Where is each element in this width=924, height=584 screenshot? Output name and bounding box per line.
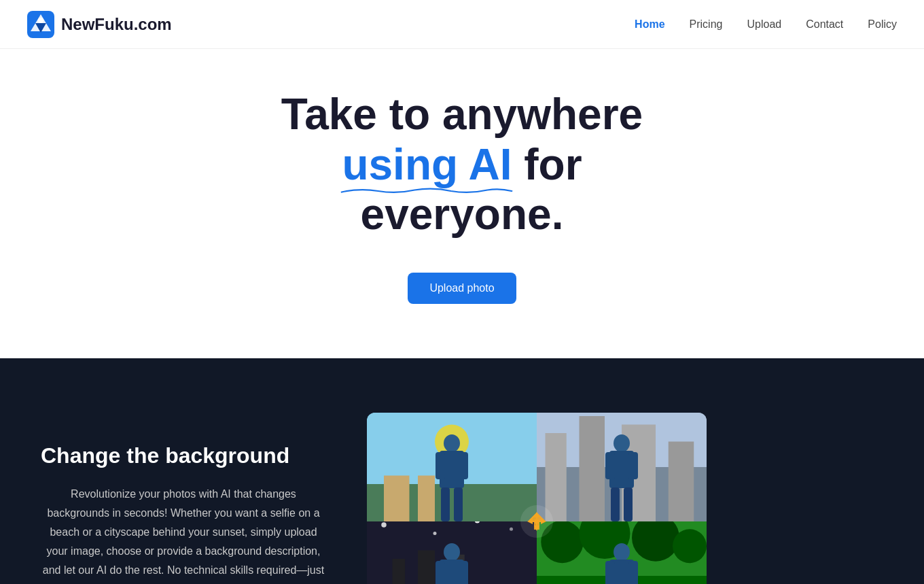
- svg-rect-19: [459, 561, 468, 584]
- nav-pricing[interactable]: Pricing: [690, 18, 723, 30]
- photo-grid-cell-3: [367, 521, 537, 584]
- svg-rect-14: [611, 487, 620, 521]
- hero-section: Take to anywhere using AI foreveryone. U…: [0, 49, 924, 358]
- nav-upload[interactable]: Upload: [747, 18, 781, 30]
- logo-text: NewFuku.com: [61, 15, 172, 34]
- upload-photo-button[interactable]: Upload photo: [408, 273, 516, 304]
- hero-title: Take to anywhere using AI foreveryone.: [27, 90, 897, 240]
- svg-point-16: [444, 543, 460, 561]
- svg-rect-13: [628, 452, 638, 479]
- svg-rect-32: [535, 519, 539, 523]
- svg-point-22: [614, 543, 630, 561]
- person-silhouette-2: [601, 433, 642, 521]
- nav-home[interactable]: Home: [635, 18, 664, 30]
- person-silhouette-4: [601, 542, 642, 584]
- svg-point-3: [38, 18, 43, 23]
- svg-rect-24: [605, 561, 615, 584]
- grid-center-arrow-icon: [520, 505, 553, 538]
- svg-rect-6: [436, 452, 445, 479]
- hero-title-prefix: Take to anywhere: [281, 90, 643, 139]
- feature-text-block: Change the background Revolutionize your…: [41, 443, 326, 584]
- logo[interactable]: NewFuku.com: [27, 11, 172, 38]
- svg-rect-25: [628, 561, 638, 584]
- svg-rect-18: [436, 561, 445, 584]
- person-silhouette-1: [431, 433, 472, 521]
- nav-contact[interactable]: Contact: [806, 18, 843, 30]
- feature-heading: Change the background: [41, 443, 326, 468]
- feature-photo-grid: [367, 413, 707, 584]
- nav-links: Home Pricing Upload Contact Policy: [635, 18, 897, 31]
- svg-rect-7: [459, 452, 468, 479]
- svg-rect-9: [454, 487, 463, 521]
- person-silhouette-3: [431, 542, 472, 584]
- photo-grid-cell-1: [367, 413, 537, 521]
- svg-rect-15: [624, 487, 633, 521]
- ai-underline-decoration: [342, 187, 512, 195]
- feature-section: Change the background Revolutionize your…: [0, 358, 924, 584]
- svg-point-10: [614, 434, 630, 452]
- svg-point-4: [444, 434, 460, 452]
- svg-rect-8: [441, 487, 450, 521]
- photo-grid-cell-2: [537, 413, 707, 521]
- nav-policy[interactable]: Policy: [868, 18, 897, 30]
- photo-grid-cell-4: [537, 521, 707, 584]
- feature-description: Revolutionize your photos with AI that c…: [41, 485, 326, 584]
- logo-icon: [27, 11, 54, 38]
- hero-ai-text: using AI: [342, 140, 512, 190]
- svg-rect-12: [605, 452, 615, 479]
- navbar: NewFuku.com Home Pricing Upload Contact …: [0, 0, 924, 49]
